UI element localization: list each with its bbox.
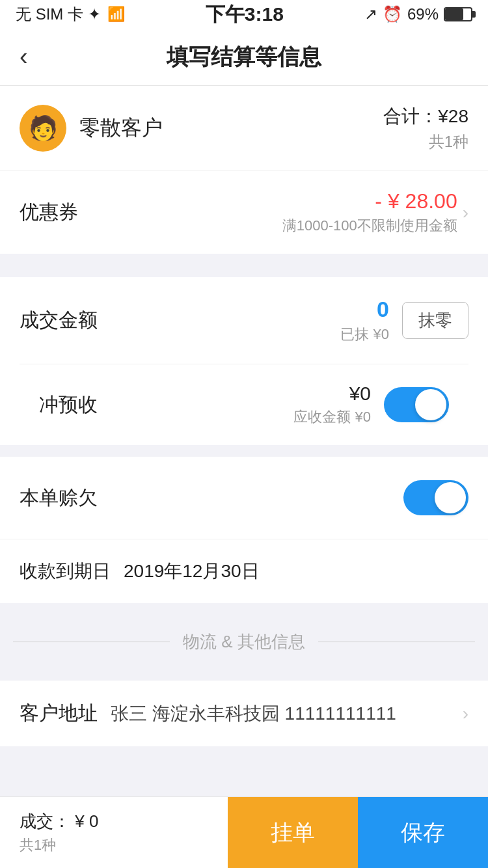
separator-2 xyxy=(0,445,488,457)
status-right: ↗ ⏰ 69% xyxy=(364,5,472,23)
avatar: 🧑 xyxy=(20,105,66,152)
bottom-count: 共1种 xyxy=(20,835,208,855)
toggle-knob xyxy=(415,389,446,420)
coupon-right: - ¥ 28.00 满1000-100不限制使用金额 › xyxy=(282,189,468,236)
amount-section: 成交金额 0 已抹 ¥0 抹零 冲预收 ¥0 应收金额 ¥0 xyxy=(0,277,488,445)
status-time: 下午3:18 xyxy=(206,1,284,28)
prereceive-row: 冲预收 ¥0 应收金额 ¥0 xyxy=(20,364,468,445)
coupon-row[interactable]: 优惠券 - ¥ 28.00 满1000-100不限制使用金额 › xyxy=(0,170,488,254)
prereceive-right: ¥0 应收金额 ¥0 xyxy=(293,383,449,427)
duedate-value: 2019年12月30日 xyxy=(124,559,260,584)
bottom-deal-label: 成交： xyxy=(20,811,70,831)
debt-toggle[interactable] xyxy=(403,480,468,515)
nav-bar: ‹ 填写结算等信息 xyxy=(0,29,488,86)
transaction-amount-label: 成交金额 xyxy=(20,307,98,334)
customer-row: 🧑 零散客户 合计：¥28 共1种 xyxy=(0,86,488,170)
divider-right xyxy=(318,642,475,642)
location-icon: ↗ xyxy=(364,5,377,23)
bottom-deal-amount: ¥ 0 xyxy=(75,811,98,831)
prereceive-toggle[interactable] xyxy=(384,387,449,422)
bottom-deal-row: 成交： ¥ 0 xyxy=(20,810,208,833)
address-chevron: › xyxy=(457,703,468,724)
debt-row: 本单赊欠 xyxy=(0,457,488,539)
bottom-summary: 成交： ¥ 0 共1种 xyxy=(0,810,228,855)
alarm-icon: ⏰ xyxy=(383,5,402,23)
address-chevron-icon: › xyxy=(463,703,468,724)
logistics-label: 物流 & 其他信息 xyxy=(183,631,305,653)
page-title: 填写结算等信息 xyxy=(167,42,321,72)
save-button[interactable]: 保存 xyxy=(358,797,488,869)
status-left: 无 SIM 卡 ✦ 📶 xyxy=(16,4,125,25)
transaction-amount-row: 成交金额 0 已抹 ¥0 抹零 xyxy=(20,277,468,364)
separator-1 xyxy=(0,265,488,277)
customer-name: 零散客户 xyxy=(79,114,163,142)
avatar-icon: 🧑 xyxy=(29,115,58,142)
transaction-amount-col: 0 已抹 ¥0 xyxy=(340,297,389,344)
address-row[interactable]: 客户地址 张三 海淀永丰科技园 11111111111 › xyxy=(0,681,488,746)
battery-icon xyxy=(444,7,472,21)
prereceive-amounts: ¥0 应收金额 ¥0 xyxy=(293,383,371,427)
transaction-amount-sub: 已抹 ¥0 xyxy=(340,325,389,344)
coupon-info: - ¥ 28.00 满1000-100不限制使用金额 xyxy=(282,189,457,236)
debt-label: 本单赊欠 xyxy=(20,485,98,511)
pending-button[interactable]: 挂单 xyxy=(228,797,358,869)
customer-card: 🧑 零散客户 合计：¥28 共1种 优惠券 - ¥ 28.00 满1000-10… xyxy=(0,86,488,254)
debt-toggle-knob xyxy=(435,482,466,513)
customer-left: 🧑 零散客户 xyxy=(20,105,163,152)
prereceive-sub-amount: 应收金额 ¥0 xyxy=(293,407,371,427)
total-count-label: 共1种 xyxy=(383,131,468,152)
wifi-icon: 📶 xyxy=(107,6,125,23)
transaction-amount-right: 0 已抹 ¥0 抹零 xyxy=(340,297,468,344)
total-amount-label: 合计：¥28 xyxy=(383,104,468,129)
address-label: 客户地址 xyxy=(20,700,98,727)
duedate-label: 收款到期日 xyxy=(20,559,111,584)
divider-left xyxy=(13,642,170,642)
transaction-amount-value: 0 xyxy=(340,297,389,322)
prereceive-main-amount: ¥0 xyxy=(293,383,371,405)
round-zero-button[interactable]: 抹零 xyxy=(402,302,468,339)
prereceive-label: 冲预收 xyxy=(39,392,98,418)
duedate-row[interactable]: 收款到期日 2019年12月30日 xyxy=(0,539,488,603)
status-bar: 无 SIM 卡 ✦ 📶 下午3:18 ↗ ⏰ 69% xyxy=(0,0,488,29)
chevron-right-icon: › xyxy=(463,202,468,223)
battery-percent: 69% xyxy=(407,5,439,23)
sim-label: 无 SIM 卡 ✦ xyxy=(16,4,101,25)
address-value: 张三 海淀永丰科技园 11111111111 xyxy=(111,701,457,726)
coupon-desc: 满1000-100不限制使用金额 xyxy=(282,216,457,236)
coupon-label: 优惠券 xyxy=(20,199,78,226)
coupon-amount: - ¥ 28.00 xyxy=(282,189,457,213)
back-button[interactable]: ‹ xyxy=(13,36,34,77)
bottom-bar: 成交： ¥ 0 共1种 挂单 保存 xyxy=(0,796,488,868)
logistics-section: 物流 & 其他信息 xyxy=(0,615,488,669)
customer-total: 合计：¥28 共1种 xyxy=(383,104,468,152)
debt-section: 本单赊欠 收款到期日 2019年12月30日 xyxy=(0,457,488,603)
